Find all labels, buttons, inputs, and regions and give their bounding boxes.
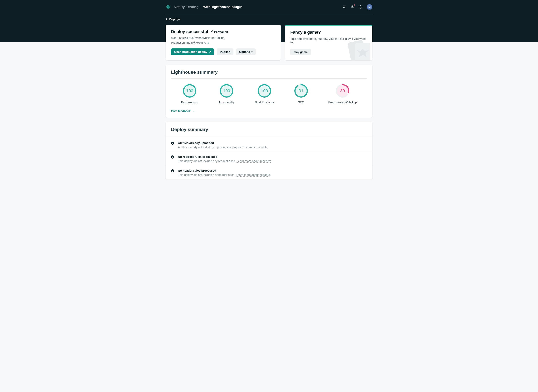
summary-item-title: No redirect rules processed <box>178 155 367 159</box>
score-gauge: 91 <box>294 84 308 98</box>
prod-prefix: Production: main@ <box>171 41 196 44</box>
download-icon[interactable]: ⭳ <box>208 41 210 44</box>
lighthouse-scores-row: 100 Performance 100 Accessibility 100 Be… <box>171 79 367 108</box>
fancy-a-game-card: Fancy a game? This deploy is done, but h… <box>285 25 372 60</box>
svg-line-5 <box>345 8 346 8</box>
permalink-label: Permalink <box>214 30 228 33</box>
options-label: Options <box>239 50 250 53</box>
options-button[interactable]: Options ▾ <box>236 48 256 55</box>
lighthouse-summary-card: Lighthouse summary 100 Performance 100 A… <box>166 65 372 118</box>
deploy-status-card: Deploy successful Permalink Mar 9 at 5:4… <box>166 25 281 60</box>
open-deploy-label: Open production deploy <box>174 50 207 53</box>
avatar[interactable]: M <box>366 4 372 10</box>
notifications-icon[interactable] <box>350 5 354 9</box>
game-title: Fancy a game? <box>290 30 367 35</box>
chevron-right-icon: › <box>201 5 202 9</box>
arrow-right-icon: → <box>192 109 195 113</box>
lighthouse-score-item: 100 Performance <box>181 84 198 104</box>
score-value: 91 <box>294 84 308 98</box>
score-gauge: 30 <box>336 84 349 98</box>
score-label: Accessibility <box>218 101 235 104</box>
notification-dot <box>353 4 355 6</box>
score-gauge: 100 <box>257 84 271 98</box>
lighthouse-score-item: 100 Best Practices <box>255 84 274 104</box>
score-value: 100 <box>183 84 197 98</box>
summary-item-desc: This deploy did not include any redirect… <box>178 159 367 163</box>
deploy-summary-title: Deploy summary <box>171 127 367 132</box>
backnav-label: Deploys <box>169 18 181 21</box>
lighthouse-score-item: 100 Accessibility <box>218 84 235 104</box>
score-value: 100 <box>220 84 233 98</box>
chevron-left-icon: ❮ <box>166 18 168 21</box>
breadcrumb-team[interactable]: Netlify Testing <box>174 5 199 9</box>
external-link-icon: ↗ <box>209 50 211 53</box>
chevron-down-icon: ▾ <box>251 51 252 53</box>
score-label: Performance <box>181 101 198 104</box>
deploy-meta: Mar 9 at 5:43 AM, by nasivuela on GitHub… <box>171 36 275 39</box>
score-value: 30 <box>336 84 349 98</box>
svg-rect-8 <box>355 43 371 60</box>
deploy-summary-card: Deploy summary i All files already uploa… <box>166 122 372 180</box>
info-icon: i <box>171 155 174 159</box>
summary-item: i No header rules processed This deploy … <box>166 166 372 180</box>
summary-item-desc: All files already uploaded by a previous… <box>178 145 367 149</box>
lighthouse-score-item: 30 Progressive Web App <box>328 84 357 104</box>
permalink-link[interactable]: Permalink <box>210 30 228 33</box>
help-icon[interactable] <box>358 5 362 9</box>
commit-link[interactable]: 79698f0 <box>196 41 206 44</box>
score-gauge: 100 <box>220 84 233 98</box>
lighthouse-title: Lighthouse summary <box>171 70 367 79</box>
give-feedback-link[interactable]: Give feedback → <box>171 109 195 113</box>
deploy-status-title: Deploy successful <box>171 29 208 34</box>
feedback-label: Give feedback <box>171 109 191 113</box>
link-icon <box>210 30 213 33</box>
breadcrumb-site[interactable]: with-lighthouse-plugin <box>203 5 242 9</box>
publish-button[interactable]: Publish <box>217 48 233 55</box>
game-desc: This deploy is done, but hey, you can st… <box>290 37 367 44</box>
info-icon: i <box>171 142 174 145</box>
summary-item: i All files already uploaded All files a… <box>166 136 372 152</box>
open-production-deploy-button[interactable]: Open production deploy ↗ <box>171 48 214 55</box>
score-label: SEO <box>298 101 304 104</box>
summary-item-title: All files already uploaded <box>178 141 367 145</box>
back-to-deploys[interactable]: ❮ Deploys <box>166 14 372 25</box>
summary-item-title: No header rules processed <box>178 169 367 172</box>
score-value: 100 <box>257 84 271 98</box>
search-icon[interactable] <box>342 5 346 9</box>
summary-item: i No redirect rules processed This deplo… <box>166 152 372 166</box>
score-gauge: 100 <box>183 84 197 98</box>
play-game-button[interactable]: Play game <box>290 49 311 55</box>
score-label: Progressive Web App <box>328 101 357 104</box>
learn-more-link[interactable]: Learn more about headers <box>236 173 270 176</box>
lighthouse-score-item: 91 SEO <box>294 84 308 104</box>
learn-more-link[interactable]: Learn more about redirects <box>237 159 271 163</box>
svg-point-4 <box>343 5 345 8</box>
summary-item-desc: This deploy did not include any header r… <box>178 173 367 176</box>
breadcrumb: Netlify Testing › with-lighthouse-plugin <box>174 5 242 9</box>
score-label: Best Practices <box>255 101 274 104</box>
info-icon: i <box>171 169 174 172</box>
netlify-logo-icon[interactable] <box>166 4 171 9</box>
deploy-production-line: Production: main@79698f0 ⭳ <box>171 41 275 44</box>
